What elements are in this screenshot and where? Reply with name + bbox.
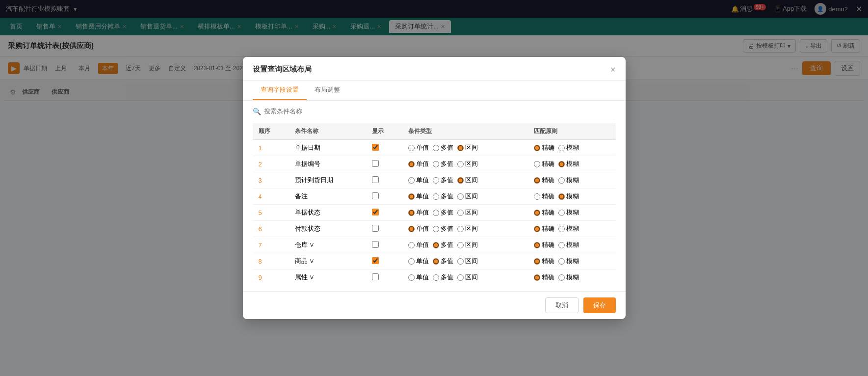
type-option-type_multi[interactable]: 多值 [433,257,453,266]
type-radio-type_single[interactable] [408,145,415,151]
type-radio-type_range[interactable] [457,210,464,216]
type-radio-type_multi[interactable] [433,161,439,167]
type-radio-type_range[interactable] [457,226,464,232]
type-option-type_single[interactable]: 单值 [408,143,429,152]
match-radio-match_exact[interactable] [534,210,540,216]
tab-field-settings[interactable]: 查询字段设置 [253,81,307,100]
type-option-type_single[interactable]: 单值 [408,176,429,185]
type-radio-type_single[interactable] [408,177,415,184]
row-display-checkbox-cell[interactable] [366,253,402,269]
type-radio-type_range[interactable] [457,145,464,151]
match-option-match_exact[interactable]: 精确 [534,192,554,201]
type-radio-type_range[interactable] [457,274,464,281]
type-radio-type_single[interactable] [408,210,415,216]
type-radio-type_single[interactable] [408,274,415,281]
type-option-type_multi[interactable]: 多值 [433,160,453,168]
row-display-checkbox-cell[interactable] [366,269,402,286]
type-radio-type_multi[interactable] [433,210,439,216]
match-radio-match_fuzzy[interactable] [558,226,565,232]
type-option-type_range[interactable]: 区间 [457,273,478,282]
match-option-match_exact[interactable]: 精确 [534,143,554,152]
display-checkbox[interactable] [372,225,379,232]
match-radio-match_exact[interactable] [534,274,540,281]
display-checkbox[interactable] [372,209,379,215]
match-option-match_exact[interactable]: 精确 [534,241,554,249]
type-option-type_range[interactable]: 区间 [457,208,478,217]
match-radio-match_fuzzy[interactable] [558,161,565,167]
row-display-checkbox-cell[interactable] [366,237,402,253]
match-option-match_exact[interactable]: 精确 [534,176,554,185]
row-display-checkbox-cell[interactable] [366,205,402,221]
match-option-match_fuzzy[interactable]: 模糊 [558,241,579,249]
display-checkbox[interactable] [372,192,379,199]
match-option-match_fuzzy[interactable]: 模糊 [558,257,579,266]
match-option-match_fuzzy[interactable]: 模糊 [558,208,579,217]
type-radio-type_range[interactable] [457,177,464,184]
match-option-match_exact[interactable]: 精确 [534,273,554,282]
type-radio-type_multi[interactable] [433,145,439,151]
condition-search-input[interactable] [261,107,616,116]
row-display-checkbox-cell[interactable] [366,140,402,156]
type-radio-type_multi[interactable] [433,193,439,200]
match-option-match_exact[interactable]: 精确 [534,257,554,266]
tab-layout-adjust[interactable]: 布局调整 [307,81,348,100]
match-option-match_fuzzy[interactable]: 模糊 [558,273,579,282]
type-radio-type_multi[interactable] [433,177,439,184]
match-radio-match_fuzzy[interactable] [558,210,565,216]
match-radio-match_fuzzy[interactable] [558,258,565,265]
type-option-type_single[interactable]: 单值 [408,257,429,266]
type-radio-type_single[interactable] [408,226,415,232]
display-checkbox[interactable] [372,241,379,248]
match-radio-match_exact[interactable] [534,177,540,184]
type-option-type_range[interactable]: 区间 [457,257,478,266]
type-option-type_range[interactable]: 区间 [457,176,478,185]
row-display-checkbox-cell[interactable] [366,156,402,172]
row-display-checkbox-cell[interactable] [366,188,402,205]
display-checkbox[interactable] [372,176,379,183]
type-option-type_range[interactable]: 区间 [457,241,478,249]
type-option-type_single[interactable]: 单值 [408,224,429,233]
display-checkbox[interactable] [372,160,379,167]
match-radio-match_fuzzy[interactable] [558,193,565,200]
save-button[interactable]: 保存 [583,297,616,313]
type-option-type_single[interactable]: 单值 [408,192,429,201]
type-radio-type_single[interactable] [408,193,415,200]
type-radio-type_range[interactable] [457,161,464,167]
match-option-match_fuzzy[interactable]: 模糊 [558,160,579,168]
type-option-type_multi[interactable]: 多值 [433,224,453,233]
dialog-close-button[interactable]: × [610,65,616,74]
type-option-type_range[interactable]: 区间 [457,192,478,201]
cancel-button[interactable]: 取消 [545,297,579,313]
match-option-match_exact[interactable]: 精确 [534,160,554,168]
type-radio-type_range[interactable] [457,193,464,200]
type-radio-type_multi[interactable] [433,226,439,232]
type-radio-type_range[interactable] [457,258,464,265]
match-radio-match_exact[interactable] [534,226,540,232]
type-option-type_range[interactable]: 区间 [457,224,478,233]
type-option-type_multi[interactable]: 多值 [433,208,453,217]
display-checkbox[interactable] [372,144,379,151]
type-option-type_multi[interactable]: 多值 [433,241,453,249]
type-option-type_multi[interactable]: 多值 [433,192,453,201]
match-option-match_fuzzy[interactable]: 模糊 [558,224,579,233]
type-option-type_single[interactable]: 单值 [408,160,429,168]
match-radio-match_exact[interactable] [534,193,540,200]
type-option-type_single[interactable]: 单值 [408,273,429,282]
type-radio-type_range[interactable] [457,242,464,248]
type-radio-type_multi[interactable] [433,258,439,265]
display-checkbox[interactable] [372,273,379,280]
type-option-type_multi[interactable]: 多值 [433,143,453,152]
row-display-checkbox-cell[interactable] [366,172,402,188]
match-option-match_exact[interactable]: 精确 [534,224,554,233]
type-radio-type_single[interactable] [408,161,415,167]
type-radio-type_single[interactable] [408,258,415,265]
row-display-checkbox-cell[interactable] [366,221,402,237]
match-option-match_exact[interactable]: 精确 [534,208,554,217]
type-option-type_single[interactable]: 单值 [408,241,429,249]
type-option-type_multi[interactable]: 多值 [433,176,453,185]
type-option-type_single[interactable]: 单值 [408,208,429,217]
match-radio-match_exact[interactable] [534,145,540,151]
type-option-type_range[interactable]: 区间 [457,160,478,168]
type-option-type_range[interactable]: 区间 [457,143,478,152]
match-radio-match_fuzzy[interactable] [558,145,565,151]
